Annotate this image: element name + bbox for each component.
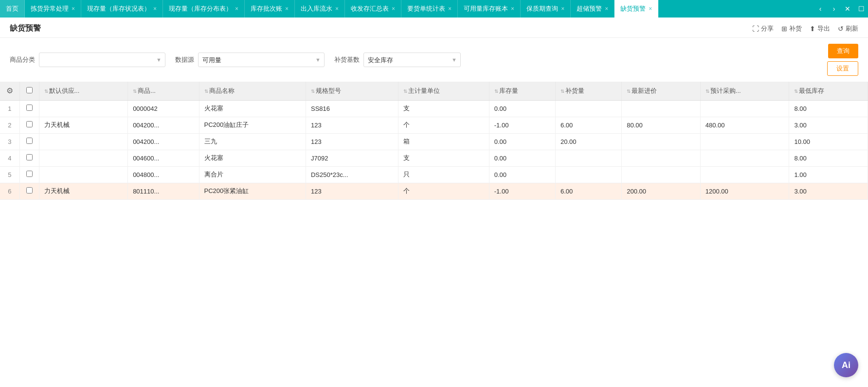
tab-close-inventory-status[interactable]: × [153,5,157,12]
row-checkbox[interactable] [26,154,33,160]
datasource-label: 数据源 [175,55,194,64]
cell-min_stock: 8.00 [789,100,868,117]
row-number: 1 [0,100,19,117]
col-header-stock[interactable]: ⇅库存量 [489,82,555,100]
replenish-select[interactable]: 安全库存 [363,53,461,67]
cell-product_code: 801110... [128,183,199,199]
datasource-select-wrapper: 可用量 ▼ [198,53,325,67]
row-checkbox-cell[interactable] [19,183,39,199]
row-checkbox[interactable] [26,187,33,194]
tab-home[interactable]: 首页 [0,0,25,18]
cell-latest_price [622,166,701,183]
cell-est_purchase: 480.00 [700,117,789,133]
cell-product_name: PC200油缸庄子 [199,117,306,133]
tab-prev-button[interactable]: ‹ [814,0,827,18]
share-button[interactable]: ⛶ 分享 [752,24,774,33]
tab-close-exception[interactable]: × [72,5,75,12]
tab-overstock[interactable]: 超储预警× [571,0,615,18]
cell-product_name: 火花塞 [199,150,306,166]
tab-close-expiry[interactable]: × [561,5,564,12]
tab-flow[interactable]: 出入库流水× [295,0,345,18]
settings-button[interactable]: 设置 [827,61,858,76]
tab-close-order-stats[interactable]: × [448,5,452,12]
tab-inventory-status[interactable]: 现存量（库存状况表）× [81,0,163,18]
tab-exception[interactable]: 拣货异常处理× [25,0,81,18]
cell-supplier: 力天机械 [39,117,128,133]
tab-next-button[interactable]: › [827,0,841,18]
cell-stock: 0.00 [489,150,555,166]
table-header: ⚙⇅默认供应...⇅商品...⇅商品名称⇅规格型号⇅主计量单位⇅库存量⇅补货量⇅… [0,82,868,100]
col-header-product_name[interactable]: ⇅商品名称 [199,82,306,100]
cell-spec: 123 [306,117,398,133]
tab-close-shortage[interactable]: × [649,5,652,12]
col-header-supplier[interactable]: ⇅默认供应... [39,82,128,100]
tab-restore-button[interactable]: ✕ [841,0,854,18]
cell-product_name: 离合片 [199,166,306,183]
col-header-min_stock[interactable]: ⇅最低库存 [789,82,868,100]
col-header-product_code[interactable]: ⇅商品... [128,82,199,100]
cell-latest_price: 80.00 [622,117,701,133]
sort-icon: ⇅ [705,88,709,94]
tab-maximize-button[interactable]: ☐ [854,0,868,18]
sort-icon: ⇅ [494,88,498,94]
row-checkbox-cell[interactable] [19,100,39,117]
query-button[interactable]: 查询 [828,44,858,58]
cell-spec: J7092 [306,150,398,166]
row-checkbox-cell[interactable] [19,133,39,150]
tab-available[interactable]: 可用量库存账本× [458,0,521,18]
sort-icon: ⇅ [204,88,208,94]
cell-est_purchase: 1200.00 [700,183,789,199]
export-button[interactable]: ⬆ 导出 [810,24,830,33]
datasource-select[interactable]: 可用量 [198,53,325,67]
col-header-spec[interactable]: ⇅规格型号 [306,82,398,100]
page-header: 缺货预警 ⛶ 分享 ⊞ 补货 ⬆ 导出 ↺ 刷新 [0,18,868,38]
tab-order-stats[interactable]: 要货单统计表× [401,0,458,18]
tab-receipt[interactable]: 收发存汇总表× [345,0,401,18]
select-all-checkbox[interactable] [26,87,33,93]
tab-shortage[interactable]: 缺货预警× [615,0,658,18]
row-checkbox[interactable] [26,121,33,127]
row-checkbox[interactable] [26,105,33,111]
row-checkbox-cell[interactable] [19,117,39,133]
refresh-button[interactable]: ↺ 刷新 [838,24,858,33]
datasource-filter-group: 数据源 可用量 ▼ [175,53,325,67]
col-header-replenish_qty[interactable]: ⇅补货量 [556,82,622,100]
tab-batch[interactable]: 库存批次账× [245,0,295,18]
row-checkbox-cell[interactable] [19,166,39,183]
tab-close-flow[interactable]: × [335,5,339,12]
gear-icon[interactable]: ⚙ [6,87,13,95]
cell-replenish_qty: 20.00 [556,133,622,150]
cell-est_purchase [700,150,789,166]
row-checkbox-cell[interactable] [19,150,39,166]
cell-unit: 只 [398,166,489,183]
table-row: 2力天机械004200...PC200油缸庄子123个-1.006.0080.0… [0,117,868,133]
cell-supplier [39,133,128,150]
ai-assistant-button[interactable]: Ai [834,353,858,377]
tab-close-receipt[interactable]: × [392,5,395,12]
cell-unit: 支 [398,150,489,166]
col-header-unit[interactable]: ⇅主计量单位 [398,82,489,100]
cell-min_stock: 8.00 [789,150,868,166]
cell-min_stock: 3.00 [789,117,868,133]
tab-close-inventory-dist[interactable]: × [235,5,238,12]
row-checkbox[interactable] [26,138,33,144]
table-row: 6力天机械801110...PC200张紧油缸123个-1.006.00200.… [0,183,868,199]
tab-close-overstock[interactable]: × [605,5,608,12]
row-number: 2 [0,117,19,133]
col-header-est_purchase[interactable]: ⇅预计采购... [700,82,789,100]
row-checkbox[interactable] [26,171,33,177]
row-number: 3 [0,133,19,150]
cell-product_code: 004200... [128,117,199,133]
replenish-button[interactable]: ⊞ 补货 [781,24,802,33]
category-select[interactable] [39,53,165,67]
cell-replenish_qty [556,100,622,117]
share-icon: ⛶ [752,25,759,33]
tab-close-available[interactable]: × [511,5,514,12]
table-row: 10000042火花塞SS816支0.008.00 [0,100,868,117]
cell-est_purchase [700,133,789,150]
tab-inventory-dist[interactable]: 现存量（库存分布表）× [163,0,245,18]
tab-close-batch[interactable]: × [285,5,289,12]
tab-expiry[interactable]: 保质期查询× [521,0,571,18]
col-header-latest_price[interactable]: ⇅最新进价 [622,82,701,100]
category-select-wrapper: ▼ [39,53,165,67]
